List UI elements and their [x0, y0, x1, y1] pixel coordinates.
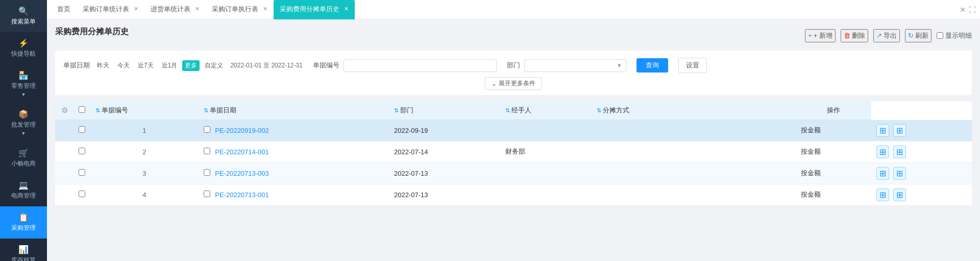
sidebar-item-ecommerce-mgmt[interactable]: 💻 电商管理 — [0, 174, 47, 206]
sidebar-item-quicknav[interactable]: ⚡ 快捷导航 — [0, 32, 47, 64]
col-gear: ⚙ — [55, 101, 74, 120]
row-checkbox[interactable] — [79, 191, 85, 197]
settings-button[interactable]: 设置 — [678, 58, 707, 73]
doc-no-link[interactable]: PE-20220714-001 — [215, 148, 269, 156]
edit-button[interactable]: ⊞ — [876, 188, 889, 201]
date-input-range: 2022-01-01 至 2022-12-31 — [230, 61, 302, 70]
add-button[interactable]: + + 新增 — [805, 29, 836, 42]
tab-actions: ✕ ⛶ — [960, 6, 976, 14]
yesterday-btn[interactable]: 昨天 — [94, 60, 112, 71]
col-handler: ⇅ 经手人 — [500, 101, 592, 120]
delete-button[interactable]: 🗑 删除 — [841, 29, 868, 42]
row-checkbox[interactable] — [79, 126, 85, 133]
edit-button[interactable]: ⊞ — [876, 167, 889, 180]
sort-icon: ⇅ — [597, 107, 601, 114]
row-doc-no: PE-20220713-001 — [199, 184, 389, 205]
table-row: 1 PE-20220919-002 2022-09-19 按金额 ⊞ ⊞ — [55, 120, 972, 141]
row-checkbox[interactable] — [79, 148, 85, 154]
row-checkbox-cell — [74, 184, 90, 205]
more-date-btn[interactable]: 更多 — [182, 60, 200, 71]
close-all-tabs-icon[interactable]: ✕ — [960, 6, 966, 14]
tab-purchase-order-stats[interactable]: 采购订单统计表 ✕ — [77, 0, 144, 19]
box-icon: 📦 — [18, 109, 29, 119]
sidebar-item-ecommerce-small[interactable]: 🛒 小畅电商 — [0, 142, 47, 174]
row-actions: ⊞ ⊞ — [871, 120, 972, 141]
row-gear — [55, 162, 74, 184]
close-tab-purchase-order-exec[interactable]: ✕ — [263, 6, 267, 12]
dept-select[interactable] — [524, 59, 626, 72]
custom-date-btn[interactable]: 自定义 — [202, 60, 226, 71]
close-tab-cost-allocation[interactable]: ✕ — [344, 6, 349, 12]
more-action-button[interactable]: ⊞ — [893, 124, 906, 137]
table-row: 3 PE-20220713-003 2022-07-13 按金额 ⊞ ⊞ — [55, 162, 972, 184]
more-action-button[interactable]: ⊞ — [893, 167, 906, 180]
row-doc-no: PE-20220714-001 — [199, 141, 389, 162]
last1month-btn[interactable]: 近1月 — [159, 60, 181, 71]
row-checkbox[interactable] — [79, 169, 85, 176]
content-wrapper: 采购费用分摊单历史 + + 新增 🗑 删除 ↗ 导出 ↻ — [47, 19, 980, 261]
more-action-button[interactable]: ⊞ — [893, 146, 906, 158]
sidebar-item-wholesale[interactable]: 📦 批发管理 ▼ — [0, 103, 47, 142]
row-handler — [592, 141, 796, 162]
tab-bar: 首页 采购订单统计表 ✕ 进货单统计表 ✕ 采购订单执行表 ✕ 采购费用分摊单历… — [47, 0, 980, 19]
more-action-button[interactable]: ⊞ — [893, 188, 906, 201]
edit-button[interactable]: ⊞ — [876, 146, 889, 158]
search-button[interactable]: 查询 — [636, 58, 668, 73]
title-toolbar-row: 采购费用分摊单历史 + + 新增 🗑 删除 ↗ 导出 ↻ — [55, 27, 972, 44]
doc-no-link[interactable]: PE-20220919-002 — [215, 127, 269, 134]
close-tab-goods-stats[interactable]: ✕ — [195, 6, 200, 12]
tab-goods-stats[interactable]: 进货单统计表 ✕ — [144, 0, 206, 19]
search-row: 单据日期 昨天 今天 近7天 近1月 更多 自定义 2022-01-01 至 2… — [63, 58, 964, 73]
chart-icon: 📊 — [18, 245, 29, 254]
dept-search-field: 部门 ▼ — [507, 59, 626, 72]
last7days-btn[interactable]: 近7天 — [135, 60, 157, 71]
doc-no-link[interactable]: PE-20220713-001 — [215, 191, 269, 199]
sort-icon: ⇅ — [505, 107, 510, 114]
table-body: 1 PE-20220919-002 2022-09-19 按金额 ⊞ ⊞ 2 P… — [55, 120, 972, 206]
today-btn[interactable]: 今天 — [114, 60, 133, 71]
gear-icon[interactable]: ⚙ — [61, 106, 68, 114]
show-details-checkbox[interactable] — [937, 32, 943, 39]
row-gear — [55, 141, 74, 162]
sidebar-item-retail[interactable]: 🏪 零售管理 ▼ — [0, 64, 47, 103]
row-dept: 财务部 — [500, 141, 592, 162]
row-doc-date: 2022-07-14 — [389, 141, 500, 162]
doc-no-input[interactable] — [344, 59, 497, 72]
date-search-field: 单据日期 昨天 今天 近7天 近1月 更多 自定义 2022-01-01 至 2… — [63, 60, 303, 71]
row-doc-date: 2022-09-19 — [389, 120, 500, 141]
row-dept — [500, 184, 592, 205]
expand-row: ⌄ 展开更多条件 — [63, 77, 964, 90]
sidebar-item-inventory[interactable]: 📊 库存核算 — [0, 239, 47, 261]
edit-button[interactable]: ⊞ — [876, 124, 889, 137]
doc-no-label: 单据编号 — [313, 61, 339, 70]
refresh-button[interactable]: ↻ 刷新 — [905, 29, 932, 42]
search-icon: 🔍 — [18, 6, 29, 16]
row-select-checkbox[interactable] — [204, 191, 210, 197]
store-icon: 🏪 — [18, 70, 29, 80]
row-select-checkbox[interactable] — [204, 148, 210, 154]
expand-conditions-btn[interactable]: ⌄ 展开更多条件 — [485, 77, 542, 90]
row-select-checkbox[interactable] — [204, 126, 210, 133]
tab-home[interactable]: 首页 — [51, 0, 77, 19]
row-dept — [500, 120, 592, 141]
show-details-checkbox-label[interactable]: 显示明细 — [937, 31, 972, 40]
table-header-row: ⚙ ⇅ 单据编号 — [55, 101, 972, 120]
select-all-checkbox[interactable] — [79, 106, 85, 113]
maximize-icon[interactable]: ⛶ — [969, 6, 976, 14]
sort-icon: ⇅ — [394, 107, 399, 114]
col-checkbox — [74, 101, 90, 120]
export-button[interactable]: ↗ 导出 — [873, 29, 900, 42]
row-select-checkbox[interactable] — [204, 169, 210, 176]
col-doc-no: ⇅ 单据编号 — [90, 101, 199, 120]
refresh-icon: ↻ — [908, 32, 914, 39]
laptop-icon: 💻 — [18, 180, 29, 190]
doc-no-link[interactable]: PE-20220713-003 — [215, 170, 269, 177]
plus-icon: + — [808, 32, 812, 39]
delete-icon: 🗑 — [844, 32, 850, 39]
row-number: 1 — [90, 120, 199, 141]
tab-purchase-order-exec[interactable]: 采购订单执行表 ✕ — [206, 0, 274, 19]
sidebar-item-purchase[interactable]: 📋 采购管理 — [0, 206, 47, 239]
close-tab-purchase-order-stats[interactable]: ✕ — [134, 6, 138, 12]
tab-cost-allocation-history[interactable]: 采购费用分摊单历史 ✕ — [274, 0, 355, 19]
sidebar-item-search[interactable]: 🔍 搜索菜单 — [0, 0, 47, 32]
